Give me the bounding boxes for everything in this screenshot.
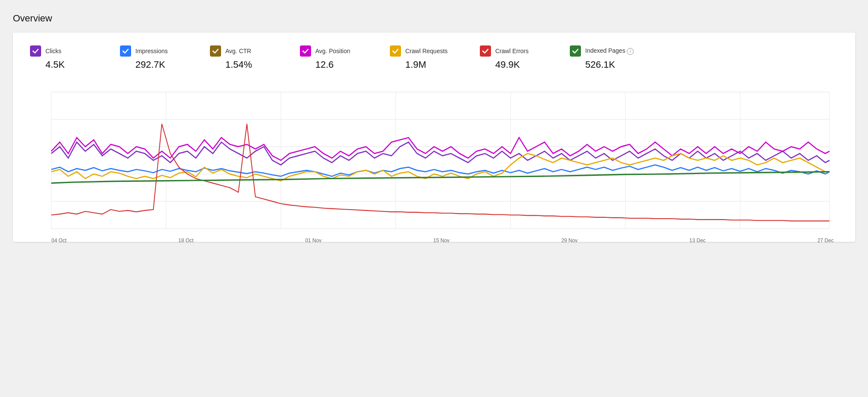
metric-avg-ctr[interactable]: Avg. CTR1.54% [210, 45, 278, 70]
metric-label-crawl-requests: Crawl Requests [405, 48, 448, 54]
chart-svg [30, 87, 838, 233]
metric-header-clicks: Clicks [30, 45, 99, 57]
metric-indexed-pages[interactable]: Indexed Pagesi526.1K [570, 45, 638, 70]
metric-checkbox-crawl-errors[interactable] [480, 45, 491, 57]
x-axis-label: 13 Dec [689, 238, 706, 244]
metric-value-indexed-pages: 526.1K [570, 59, 638, 70]
metric-checkbox-avg-ctr[interactable] [210, 45, 221, 57]
metric-header-avg-position: Avg. Position [300, 45, 368, 57]
metric-crawl-requests[interactable]: Crawl Requests1.9M [390, 45, 458, 70]
metrics-row: Clicks4.5KImpressions292.7KAvg. CTR1.54%… [30, 45, 838, 75]
metric-checkbox-avg-position[interactable] [300, 45, 311, 57]
metric-value-crawl-errors: 49.9K [480, 59, 548, 70]
metric-value-impressions: 292.7K [120, 59, 189, 70]
metric-checkbox-impressions[interactable] [120, 45, 131, 57]
avg-position-line [51, 138, 830, 160]
metric-label-avg-position: Avg. Position [315, 48, 350, 54]
metric-label-clicks: Clicks [45, 48, 61, 54]
metric-header-impressions: Impressions [120, 45, 189, 57]
metric-value-crawl-requests: 1.9M [390, 59, 458, 70]
metric-header-indexed-pages: Indexed Pagesi [570, 45, 638, 57]
impressions-line [51, 165, 830, 177]
x-axis-label: 15 Nov [433, 238, 449, 244]
chart-area: 04 Oct18 Oct01 Nov15 Nov29 Nov13 Dec27 D… [30, 87, 838, 233]
metric-clicks[interactable]: Clicks4.5K [30, 45, 99, 70]
metric-value-avg-position: 12.6 [300, 59, 368, 70]
page-title: Overview [13, 13, 855, 24]
metric-value-clicks: 4.5K [30, 59, 99, 70]
metric-value-avg-ctr: 1.54% [210, 59, 278, 70]
x-axis-label: 29 Nov [561, 238, 578, 244]
metric-checkbox-crawl-requests[interactable] [390, 45, 401, 57]
metric-header-crawl-requests: Crawl Requests [390, 45, 458, 57]
info-icon[interactable]: i [627, 48, 634, 55]
overview-card: Clicks4.5KImpressions292.7KAvg. CTR1.54%… [13, 33, 855, 242]
x-axis-label: 18 Oct [178, 238, 193, 244]
metric-avg-position[interactable]: Avg. Position12.6 [300, 45, 368, 70]
metric-header-avg-ctr: Avg. CTR [210, 45, 278, 57]
metric-header-crawl-errors: Crawl Errors [480, 45, 548, 57]
x-axis-labels: 04 Oct18 Oct01 Nov15 Nov29 Nov13 Dec27 D… [30, 235, 838, 244]
x-axis-label: 01 Nov [305, 238, 321, 244]
metric-label-impressions: Impressions [135, 48, 168, 54]
metric-checkbox-indexed-pages[interactable] [570, 45, 581, 57]
x-axis-label: 04 Oct [51, 238, 66, 244]
x-axis-label: 27 Dec [817, 238, 834, 244]
metric-label-indexed-pages: Indexed Pagesi [585, 47, 634, 54]
metric-checkbox-clicks[interactable] [30, 45, 41, 57]
metric-crawl-errors[interactable]: Crawl Errors49.9K [480, 45, 548, 70]
metric-label-crawl-errors: Crawl Errors [495, 48, 529, 54]
metric-impressions[interactable]: Impressions292.7K [120, 45, 189, 70]
metric-label-avg-ctr: Avg. CTR [225, 48, 251, 54]
